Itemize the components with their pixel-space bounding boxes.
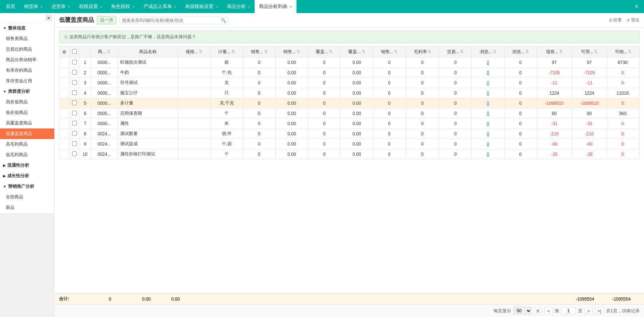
settings-cell — [59, 88, 70, 98]
sidebar-section-overall[interactable]: ▼ 整体信息 — [0, 23, 54, 33]
sidebar-collapse-button[interactable]: « — [45, 15, 52, 21]
col-gross[interactable]: 毛利率⇅ — [405, 47, 439, 58]
close-icon[interactable]: × — [174, 4, 176, 9]
row-checkbox[interactable] — [72, 121, 77, 126]
share-button[interactable]: ⎘ 分享 — [609, 17, 622, 23]
sidebar-item-high-margin[interactable]: 高毛利商品 — [0, 139, 54, 150]
col-spec[interactable]: 规格...⇅ — [178, 47, 211, 58]
nav-close-all-button[interactable]: × — [631, 3, 643, 10]
close-icon[interactable]: × — [40, 4, 43, 9]
col-trade[interactable]: 交易...⇅ — [439, 47, 472, 58]
export-button[interactable]: ↗ 导出 — [626, 17, 640, 23]
last-page-button[interactable]: >| — [595, 307, 604, 315]
row-browse1[interactable]: 0 — [472, 129, 504, 139]
sidebar-item-sales-goods[interactable]: 销售类商品 — [0, 33, 54, 44]
col-cover2[interactable]: 覆盖...⇅ — [341, 47, 373, 58]
select-all-checkbox[interactable] — [72, 49, 77, 54]
col-cover1[interactable]: 覆盖...⇅ — [308, 47, 341, 58]
nav-product-analysis[interactable]: 商品分析 × — [223, 0, 255, 13]
sidebar-item-category-sales[interactable]: 商品分类动销率 — [0, 55, 54, 65]
row-checkbox[interactable] — [72, 60, 77, 64]
sidebar-section-liquidity[interactable]: ▶ 流通性分析 — [0, 160, 54, 171]
row-browse1[interactable]: 0 — [472, 68, 504, 78]
row-checkbox[interactable] — [72, 131, 77, 136]
row-checkbox[interactable] — [72, 151, 77, 156]
sidebar-section-marketing[interactable]: ▼ 营销推广分析 — [0, 181, 54, 192]
col-sales1[interactable]: 销售...⇅ — [243, 47, 275, 58]
next-page-button[interactable]: > — [585, 307, 593, 315]
row-browse1[interactable]: 0 — [472, 98, 504, 108]
sidebar-item-new-goods[interactable]: 新品 — [0, 202, 54, 213]
checkbox-cell[interactable] — [70, 58, 80, 68]
row-browse1[interactable]: 0 — [472, 78, 504, 88]
sidebar-section-cluster[interactable]: ▼ 类群度分析 — [0, 86, 54, 97]
sidebar-section-growth[interactable]: ▶ 成长性分析 — [0, 171, 54, 181]
col-stock3[interactable]: 可销...⇅ — [607, 47, 639, 58]
nav-roles[interactable]: 角色授权 × — [107, 0, 139, 13]
nav-permissions[interactable]: 权限设置 × — [75, 0, 107, 13]
checkbox-cell[interactable] — [70, 68, 80, 78]
checkbox-cell[interactable] — [70, 129, 80, 139]
sidebar-item-high-value[interactable]: 高价值商品 — [0, 97, 54, 107]
sidebar-item-low-margin[interactable]: 低毛利商品 — [0, 150, 54, 160]
page-number-input[interactable] — [561, 307, 576, 314]
checkbox-cell[interactable] — [70, 139, 80, 149]
row-checkbox[interactable] — [72, 111, 77, 115]
col-stock1[interactable]: 现有...⇅ — [537, 47, 572, 58]
row-browse1[interactable]: 0 — [472, 119, 504, 129]
checkbox-cell[interactable] — [70, 98, 80, 108]
sidebar-item-all-goods[interactable]: 全部商品 — [0, 192, 54, 202]
row-checkbox[interactable] — [72, 141, 77, 146]
nav-home[interactable]: 首页 — [1, 0, 20, 13]
row-stock3: 0: — [607, 139, 639, 149]
col-browse1[interactable]: 浏览...⇅ — [472, 47, 504, 58]
time-filter-button[interactable]: 近一月 — [97, 16, 117, 24]
nav-sales[interactable]: 销货单 × — [20, 0, 47, 13]
checkbox-cell[interactable] — [70, 149, 80, 159]
col-sales2[interactable]: 销售...⇅ — [275, 47, 308, 58]
close-icon[interactable]: × — [68, 4, 70, 9]
checkbox-cell[interactable] — [70, 108, 80, 119]
row-checkbox[interactable] — [72, 80, 77, 85]
col-code[interactable]: 商...⇅ — [91, 47, 118, 58]
search-input[interactable] — [122, 18, 221, 23]
search-icon[interactable]: 🔍 — [221, 18, 226, 23]
row-browse1[interactable]: 0 — [472, 58, 504, 68]
row-stock3: 11016: — [607, 88, 639, 98]
row-checkbox[interactable] — [72, 70, 77, 75]
first-page-button[interactable]: K — [534, 307, 542, 315]
row-browse1[interactable]: 0 — [472, 149, 504, 159]
nav-purchase[interactable]: 进货单 × — [47, 0, 74, 13]
row-checkbox[interactable] — [72, 90, 77, 95]
settings-col-header[interactable]: ⚙ — [59, 47, 70, 58]
row-browse1[interactable]: 0 — [472, 88, 504, 98]
row-checkbox[interactable] — [72, 100, 77, 105]
row-browse1[interactable]: 0 — [472, 139, 504, 149]
checkbox-cell[interactable] — [70, 88, 80, 98]
close-icon[interactable]: × — [290, 4, 292, 9]
sidebar-item-traded-goods[interactable]: 交易过的商品 — [0, 44, 54, 55]
row-browse1[interactable]: 0 — [472, 108, 504, 119]
nav-production[interactable]: 产成品入库单 × — [139, 0, 181, 13]
sidebar-item-low-coverage[interactable]: 低覆盖度商品 — [0, 128, 54, 139]
sidebar-item-stock-capital[interactable]: 库存资金占用 — [0, 76, 54, 86]
close-icon[interactable]: × — [248, 4, 250, 9]
checkbox-col-header[interactable] — [70, 47, 80, 58]
page-size-select[interactable]: 50 100 200 — [513, 307, 532, 315]
row-sales2: 0.00 — [275, 68, 308, 78]
nav-templates[interactable]: 单据模板设置 × — [181, 0, 222, 13]
sidebar-item-in-stock[interactable]: 有库存的商品 — [0, 65, 54, 76]
checkbox-cell[interactable] — [70, 78, 80, 88]
sidebar-item-high-coverage[interactable]: 高覆盖度商品 — [0, 118, 54, 128]
nav-product-analysis-list[interactable]: 商品分析列表 × — [255, 0, 296, 13]
close-icon[interactable]: × — [216, 4, 218, 9]
col-browse2[interactable]: 浏览...⇅ — [504, 47, 537, 58]
sidebar-item-low-value[interactable]: 低价值商品 — [0, 107, 54, 118]
prev-page-button[interactable]: < — [545, 307, 553, 315]
close-icon[interactable]: × — [100, 4, 102, 9]
close-icon[interactable]: × — [132, 4, 134, 9]
checkbox-cell[interactable] — [70, 119, 80, 129]
col-sales3[interactable]: 销售...⇅ — [373, 47, 405, 58]
col-unit[interactable]: 计量...⇅ — [211, 47, 243, 58]
col-stock2[interactable]: 可用...⇅ — [572, 47, 607, 58]
